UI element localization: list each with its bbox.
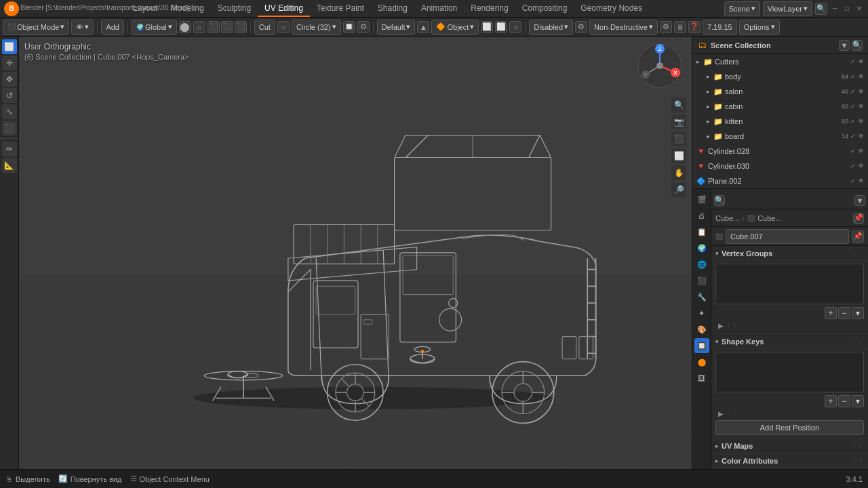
rotate-tool[interactable]: ↺ [2, 88, 17, 103]
shape-key-add-btn[interactable]: + [825, 395, 837, 407]
shape-keys-header[interactable]: ▾ Shape Keys ⋮⋮ [711, 334, 868, 349]
mode-icon-3[interactable]: ○ [509, 21, 521, 33]
scene-dropdown[interactable]: Scene ▾ [724, 1, 760, 16]
measure-tool[interactable]: 📐 [2, 158, 17, 173]
cursor-tool[interactable]: ✛ [2, 56, 17, 70]
view-layer-dropdown[interactable]: ViewLayer ▾ [763, 1, 812, 16]
world-props-tab[interactable]: 🌐 [694, 257, 709, 272]
scale-tool[interactable]: ⤡ [2, 104, 17, 119]
non-destructive-btn[interactable]: Non-Destructive ▾ [589, 20, 658, 35]
disabled-btn[interactable]: Disabled ▾ [529, 20, 573, 35]
collection-cutters[interactable]: ▸ 📁 Cutters ✓ 👁 [692, 54, 868, 69]
settings-icon[interactable]: ⚙ [357, 21, 370, 33]
vertex-group-menu-btn[interactable]: ▾ [852, 307, 864, 319]
modifier-props-tab[interactable]: 🔧 [694, 289, 709, 304]
collection-cabin[interactable]: ▸ 📁 cabin 60 ✓ 👁 [692, 99, 868, 114]
object-data-props-tab[interactable]: 🔲 [694, 338, 709, 353]
viewport-overlay-1[interactable]: ⬛ [208, 21, 220, 33]
object-name-extra-icon[interactable]: 📌 [852, 230, 864, 243]
scene-props-tab[interactable]: 🌍 [694, 241, 709, 256]
mode-icon-2[interactable]: ⬜ [495, 21, 507, 33]
zoom-out-button[interactable]: 🔎 [671, 182, 686, 197]
close-button[interactable]: ✕ [854, 4, 864, 14]
shape-key-play-btn[interactable]: ▶ [718, 410, 724, 418]
collection-body[interactable]: ▸ 📁 body 84 ✓ 👁 [692, 69, 868, 84]
pause-icon[interactable]: ⏸ [674, 21, 686, 33]
blender-logo[interactable]: B [4, 1, 19, 16]
zoom-in-button[interactable]: 🔍 [671, 98, 686, 113]
props-filter-icon[interactable]: ▼ [854, 195, 865, 206]
shape-key-remove-btn[interactable]: − [838, 395, 850, 407]
collection-kitten[interactable]: ▸ 📁 kitten 60 ✓ 👁 [692, 114, 868, 129]
select-tool[interactable]: ⬜ [2, 39, 17, 54]
options-btn[interactable]: Options ▾ [739, 20, 780, 35]
texture-props-tab[interactable]: 🖼 [694, 371, 709, 386]
local-view-button[interactable]: ⬜ [671, 148, 686, 163]
snap-icon[interactable]: ⬤ [179, 21, 191, 33]
color-attributes-header[interactable]: ▸ Color Attributes ⋮⋮ [711, 453, 868, 468]
viewport-overlay-3[interactable]: ⬛ [235, 21, 247, 33]
tab-compositing[interactable]: Compositing [515, 0, 574, 17]
layer-default[interactable]: Default ▾ [377, 20, 416, 35]
object-name-input[interactable] [726, 229, 849, 244]
object-btn[interactable]: 🔶 Object ▾ [431, 20, 479, 35]
breadcrumb-left[interactable]: Cube... [715, 214, 739, 222]
search-collection-icon[interactable]: 🔍 [852, 40, 863, 51]
tab-sculpting[interactable]: Sculpting [211, 0, 258, 17]
transform-global[interactable]: 🌍 Global ▾ [132, 20, 177, 35]
filter-collection-icon[interactable]: ▼ [839, 40, 850, 51]
collection-plane002[interactable]: 🔷 Plane.002 ✓ 👁 [692, 174, 868, 188]
viewport-selector[interactable]: 👁 ▾ [71, 20, 94, 35]
props-search-icon[interactable]: 🔍 [714, 195, 725, 206]
time-icon[interactable]: ❓ [688, 21, 701, 33]
particles-props-tab[interactable]: ✦ [694, 306, 709, 321]
props-pin-icon[interactable]: 📌 [853, 213, 864, 224]
brush-cut[interactable]: Cut [254, 20, 275, 35]
tab-rendering[interactable]: Rendering [464, 0, 515, 17]
snap-btn[interactable]: 🔲 [343, 21, 355, 33]
viewport[interactable]: User Orthographic (6) Scene Collection |… [19, 37, 692, 469]
tab-animation[interactable]: Animation [414, 0, 464, 17]
vertex-group-remove-btn[interactable]: − [838, 307, 850, 319]
minimize-button[interactable]: ─ [830, 4, 840, 14]
pan-button[interactable]: ✋ [671, 165, 686, 180]
configure-icon[interactable]: ⚙ [660, 21, 672, 33]
maximize-button[interactable]: □ [842, 4, 852, 14]
brush-mode-icon[interactable]: ○ [277, 21, 290, 33]
tab-geometry-nodes[interactable]: Geometry Nodes [574, 0, 649, 17]
camera-view-button[interactable]: 📷 [671, 115, 686, 129]
material-props-tab[interactable]: ⬤ [694, 354, 709, 369]
gear-icon[interactable]: ⚙ [575, 21, 587, 33]
perspective-button[interactable]: ⬛ [671, 131, 686, 146]
collection-board[interactable]: ▸ 📁 board 14 ✓ 👁 [692, 129, 868, 144]
shape-key-menu-btn[interactable]: ▾ [852, 395, 864, 407]
viewport-overlay-2[interactable]: ⬛ [221, 21, 233, 33]
annotate-tool[interactable]: ✏ [2, 142, 17, 157]
view-layer-props-tab[interactable]: 📋 [694, 224, 709, 239]
uv-maps-header[interactable]: ▸ UV Maps ⋮⋮ [711, 439, 868, 453]
object-mode-selector[interactable]: ⬛ Object Mode ▾ [3, 20, 69, 35]
navigation-gizmo[interactable]: Z X Y [636, 42, 684, 89]
breadcrumb-right[interactable]: Cube... [757, 214, 781, 222]
vertex-group-play-btn[interactable]: ▶ [718, 322, 724, 329]
collection-cylinder030[interactable]: 🔻 Cylinder.030 ✓ 👁 [692, 159, 868, 174]
collection-salon[interactable]: ▸ 📁 salon 46 ✓ 👁 [692, 84, 868, 99]
circle-res[interactable]: Circle (32) ▾ [292, 20, 341, 35]
filter-icon[interactable]: ▲ [417, 21, 429, 33]
object-props-tab[interactable]: ⬛ [694, 273, 709, 288]
vertex-groups-header[interactable]: ▾ Vertex Groups ⋮⋮ [711, 246, 868, 261]
tab-texture-paint[interactable]: Texture Paint [310, 0, 371, 17]
proportional-icon[interactable]: ○ [193, 21, 205, 33]
output-props-tab[interactable]: 🖨 [694, 208, 709, 223]
tab-uv-editing[interactable]: UV Editing [258, 0, 310, 17]
tab-shading[interactable]: Shading [371, 0, 414, 17]
mode-icon-1[interactable]: ⬜ [481, 21, 493, 33]
render-props-tab[interactable]: 🎬 [694, 192, 709, 207]
transform-tool[interactable]: ⬛ [2, 121, 17, 136]
move-tool[interactable]: ✥ [2, 72, 17, 87]
physics-props-tab[interactable]: 🎨 [694, 322, 709, 337]
add-rest-position-button[interactable]: Add Rest Position [715, 420, 864, 435]
search-icon[interactable]: 🔍 [815, 3, 827, 15]
add-button[interactable]: Add [101, 20, 124, 35]
collection-cylinder028[interactable]: 🔻 Cylinder.028 ✓ 👁 [692, 144, 868, 159]
